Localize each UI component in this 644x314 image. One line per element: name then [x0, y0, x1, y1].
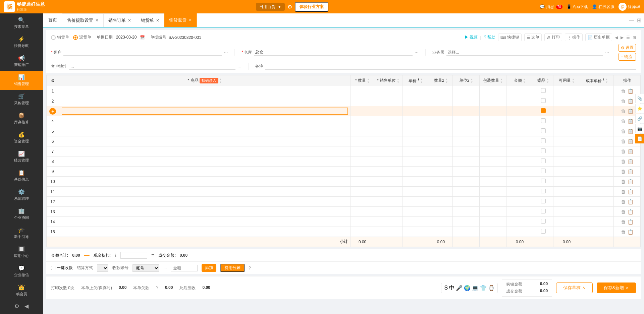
fee-help-icon[interactable]: ?	[249, 266, 251, 270]
save-new-button[interactable]: 保存&新增 ∧	[597, 282, 636, 293]
qty-sort-icon[interactable]: ▲▼	[367, 78, 370, 84]
table-cell-cost[interactable]	[580, 217, 614, 227]
product-sort-icon[interactable]: ▲▼	[219, 78, 222, 84]
salesperson-input[interactable]	[446, 49, 603, 56]
table-cell-product[interactable]	[59, 146, 351, 156]
row-copy-icon-3[interactable]: 📋	[628, 109, 633, 114]
tab-sales-delivery-close[interactable]: ✕	[156, 18, 159, 23]
trial-button[interactable]: 体验行业方案	[295, 2, 328, 12]
row-delete-icon-2[interactable]: 🗑	[621, 99, 626, 104]
table-cell-price[interactable]	[402, 146, 429, 156]
table-cell-available[interactable]	[553, 136, 580, 146]
table-cell-pack[interactable]	[480, 106, 506, 116]
table-cell-qty[interactable]	[351, 197, 374, 207]
table-cell-amount[interactable]	[506, 207, 533, 217]
row-delete-icon-11[interactable]: 🗑	[621, 189, 626, 194]
settlement-method-select[interactable]	[97, 264, 108, 272]
table-cell-gift[interactable]	[533, 136, 553, 146]
table-cell-qty2[interactable]	[429, 167, 453, 177]
table-cell-price[interactable]	[402, 106, 429, 116]
table-cell-cost[interactable]	[580, 146, 614, 156]
table-cell-qty2[interactable]	[429, 177, 453, 187]
table-cell-unit2[interactable]	[453, 227, 480, 237]
row-copy-icon-11[interactable]: 📋	[628, 189, 633, 194]
row-delete-icon-3[interactable]: 🗑	[621, 109, 626, 114]
row-copy-icon-10[interactable]: 📋	[628, 179, 633, 184]
nav-selector[interactable]: 日用百货 ▼	[256, 3, 285, 11]
table-cell-unit[interactable]	[374, 96, 402, 106]
table-cell-qty2[interactable]	[429, 156, 453, 167]
row-copy-icon-12[interactable]: 📋	[628, 199, 633, 204]
toolbar-operations[interactable]: ⋮ 操作	[565, 34, 583, 41]
gift-checkbox-11[interactable]	[541, 189, 546, 193]
toolbar-shortcuts[interactable]: ⌨ 快捷键	[498, 34, 522, 41]
account-select[interactable]: 账号	[132, 264, 159, 272]
unit2-sort-icon[interactable]: ▲▼	[470, 78, 473, 84]
calendar-icon[interactable]: 📅	[140, 35, 145, 40]
table-cell-qty2[interactable]	[429, 146, 453, 156]
table-cell-unit2[interactable]	[453, 207, 480, 217]
float-btn-5-active[interactable]: 📄	[635, 134, 644, 143]
table-cell-price[interactable]	[402, 177, 429, 187]
table-cell-gift[interactable]	[533, 227, 553, 237]
gift-checkbox-5[interactable]	[541, 128, 546, 133]
table-cell-qty2[interactable]	[429, 227, 453, 237]
table-cell-gift[interactable]	[533, 207, 553, 217]
table-cell-unit2[interactable]	[453, 106, 480, 116]
table-cell-unit[interactable]	[374, 207, 402, 217]
table-cell-unit[interactable]	[374, 156, 402, 167]
view-grid-icon[interactable]: ⊞	[633, 35, 636, 40]
table-cell-product[interactable]	[59, 96, 351, 106]
table-cell-amount[interactable]	[506, 197, 533, 207]
table-cell-product[interactable]	[59, 207, 351, 217]
table-cell-available[interactable]	[553, 96, 580, 106]
tab-minimize-icon[interactable]: —	[629, 17, 634, 23]
address-input[interactable]	[69, 63, 235, 70]
table-cell-qty[interactable]	[351, 167, 374, 177]
table-cell-price[interactable]	[402, 156, 429, 167]
tab-price-settings[interactable]: 售价提取设置 ✕	[62, 13, 104, 27]
sidebar-item-member[interactable]: 👑 畅会员	[0, 281, 43, 298]
row-copy-icon-8[interactable]: 📋	[628, 159, 633, 164]
table-cell-qty[interactable]	[351, 177, 374, 187]
taskbar-icon-5[interactable]: 💻	[472, 285, 479, 291]
table-cell-gift[interactable]	[533, 106, 553, 116]
table-cell-pack[interactable]	[480, 177, 506, 187]
table-cell-available[interactable]	[553, 207, 580, 217]
table-cell-available[interactable]	[553, 86, 580, 96]
sidebar-item-finance[interactable]: 💰 资金管理	[0, 128, 43, 147]
tab-sales-delivery[interactable]: 销货单 ✕	[136, 13, 164, 27]
row-copy-icon-7[interactable]: 📋	[628, 149, 633, 154]
table-cell-price[interactable]	[402, 96, 429, 106]
fee-split-btn[interactable]: 费用分摊	[220, 264, 245, 272]
table-cell-cost[interactable]	[580, 167, 614, 177]
row-delete-icon-15[interactable]: 🗑	[621, 229, 626, 235]
table-cell-product[interactable]	[59, 217, 351, 227]
table-cell-pack[interactable]	[480, 197, 506, 207]
row-delete-icon-7[interactable]: 🗑	[621, 149, 626, 154]
message-button[interactable]: 💬 消息 70	[540, 4, 562, 10]
row-delete-icon-6[interactable]: 🗑	[621, 139, 626, 144]
table-cell-pack[interactable]	[480, 227, 506, 237]
table-cell-unit[interactable]	[374, 126, 402, 136]
view-list-icon[interactable]: ☰	[626, 35, 630, 40]
table-cell-amount[interactable]	[506, 156, 533, 167]
row-copy-icon-4[interactable]: 📋	[628, 119, 633, 124]
table-cell-gift[interactable]	[533, 197, 553, 207]
gift-checkbox-14[interactable]	[541, 219, 546, 224]
table-cell-unit[interactable]	[374, 116, 402, 126]
account-picker-icon[interactable]: ···	[163, 266, 167, 270]
float-btn-3[interactable]: 🔗	[635, 114, 644, 123]
table-cell-qty2[interactable]	[429, 96, 453, 106]
toolbar-help[interactable]: ? 帮助	[484, 35, 495, 40]
amount-sort-icon[interactable]: ▲▼	[523, 78, 526, 84]
row-copy-icon-5[interactable]: 📋	[628, 129, 633, 134]
row-add-btn[interactable]: +	[47, 106, 59, 116]
table-cell-pack[interactable]	[480, 126, 506, 136]
table-cell-amount[interactable]	[506, 187, 533, 197]
toolbar-video[interactable]: ▶ 视频	[465, 35, 478, 40]
table-cell-unit2[interactable]	[453, 197, 480, 207]
table-cell-amount[interactable]	[506, 96, 533, 106]
sidebar-item-purchase[interactable]: 🛒 采购管理	[0, 90, 43, 109]
table-cell-product[interactable]	[59, 227, 351, 237]
